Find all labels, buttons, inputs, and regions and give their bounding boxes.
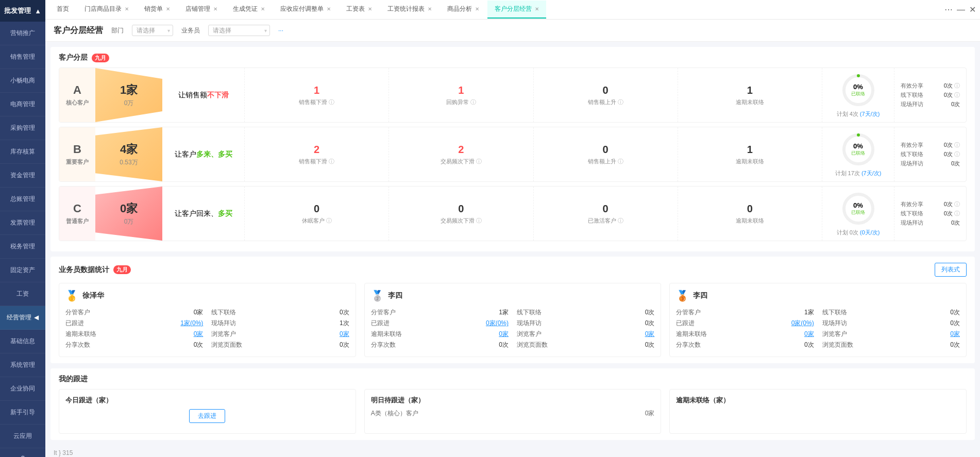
- followup-card-overdue: 逾期未联络（家）: [669, 389, 967, 434]
- agent-browse-link-1[interactable]: 0家: [645, 330, 655, 338]
- tab-minimize-icon[interactable]: —: [957, 5, 965, 14]
- sidebar-item-ecom-small[interactable]: 小畅电商: [0, 69, 45, 93]
- info-icon-A1[interactable]: ⓘ: [470, 98, 476, 106]
- plan-text-B: 计划 17次 (7天/次): [835, 170, 882, 177]
- tab-close-sales-order[interactable]: ✕: [166, 6, 170, 12]
- tab-home[interactable]: 首页: [49, 1, 76, 19]
- agent-stat-2-r1: 现场拜访 0次: [822, 318, 960, 329]
- plan-text-C: 计划 0次 (0天/次): [837, 229, 880, 236]
- more-filters-btn[interactable]: ···: [278, 27, 283, 34]
- agent-stat-0-r1: 现场拜访 1次: [211, 318, 349, 329]
- sidebar-item-invoice[interactable]: 发票管理: [0, 211, 45, 235]
- sidebar-item-basic-info[interactable]: 基础信息: [0, 330, 45, 353]
- tier-count-B: 4家 0.53万: [95, 127, 162, 181]
- info-icon-A0[interactable]: ⓘ: [329, 98, 334, 106]
- agent-followup-link-1[interactable]: 0家(0%): [486, 319, 509, 328]
- tab-close-store-manage[interactable]: ✕: [213, 6, 217, 12]
- sidebar-gear-icon[interactable]: ⚙: [0, 448, 45, 457]
- tab-close-gen-voucher[interactable]: ✕: [261, 6, 265, 12]
- agent-stat-2-3: 分享次数 0次: [676, 340, 814, 350]
- tab-ar-adjust[interactable]: 应收应付调整单 ✕: [273, 1, 338, 19]
- info-icon-B1[interactable]: ⓘ: [476, 158, 482, 165]
- tab-close-payroll-report[interactable]: ✕: [428, 6, 432, 12]
- biz-title: 业务员数据统计 九月: [59, 265, 131, 275]
- stat-B-0[interactable]: 2 销售额下滑 ⓘ: [245, 127, 389, 181]
- sidebar-item-finance[interactable]: 资金管理: [0, 164, 45, 188]
- sidebar-item-management[interactable]: 经营管理 ◀: [0, 306, 45, 330]
- stat-C-1[interactable]: 0 交易频次下滑 ⓘ: [389, 187, 533, 241]
- tab-product-analysis[interactable]: 商品分析 ✕: [440, 1, 486, 19]
- bottom-bar: It } 315: [45, 445, 980, 457]
- stat-A-1[interactable]: 1 回购异常 ⓘ: [389, 68, 533, 122]
- right-stat-A-1: 线下联络 0次 ⓘ: [901, 91, 960, 99]
- sidebar-collapse-icon[interactable]: ▲: [35, 7, 41, 15]
- stat-A-3: 1 逾期未联络: [678, 68, 822, 122]
- dept-label: 部门: [111, 26, 124, 35]
- tab-more-icon[interactable]: ⋯: [944, 5, 953, 14]
- agent-followup-link-2[interactable]: 0家(0%): [791, 319, 814, 328]
- sidebar-item-inventory[interactable]: 库存核算: [0, 140, 45, 164]
- tab-close-ar-adjust[interactable]: ✕: [327, 6, 331, 12]
- sidebar-item-tax[interactable]: 税务管理: [0, 235, 45, 259]
- stat-C-0[interactable]: 0 休眠客户 ⓘ: [245, 187, 389, 241]
- sidebar-item-payroll[interactable]: 工资: [0, 282, 45, 306]
- dept-select[interactable]: 请选择: [132, 25, 173, 36]
- list-view-btn[interactable]: 列表式: [935, 263, 967, 277]
- agent-stat-2-2: 逾期未联络 0家: [676, 329, 814, 340]
- agent-overdue-link-1[interactable]: 0家: [499, 330, 509, 338]
- agent-select[interactable]: 请选择: [208, 25, 270, 36]
- progress-circle-B: 0% 已联络: [840, 131, 876, 167]
- sidebar-item-collab[interactable]: 企业协同: [0, 377, 45, 401]
- tab-store-items[interactable]: 门店商品目录 ✕: [77, 1, 136, 19]
- info-icon-B2[interactable]: ⓘ: [618, 158, 623, 165]
- sidebar-top[interactable]: 批发管理 ▲: [0, 0, 45, 22]
- stat-C-2[interactable]: 0 已激活客户 ⓘ: [534, 187, 678, 241]
- sidebar-item-sales[interactable]: 销售管理: [0, 45, 45, 69]
- sidebar-item-cloud[interactable]: 云应用: [0, 425, 45, 448]
- progress-circle-C: 0% 已联络: [840, 191, 876, 227]
- agent-browse-link-0[interactable]: 0家: [340, 330, 349, 338]
- tab-close-customer-tier[interactable]: ✕: [535, 6, 539, 12]
- agent-overdue-link-2[interactable]: 0家: [804, 330, 814, 338]
- tab-payroll-report[interactable]: 工资统计报表 ✕: [380, 1, 439, 19]
- sidebar-item-marketing[interactable]: 营销推广: [0, 22, 45, 45]
- followup-title: 我的跟进: [59, 375, 967, 384]
- tier-stats-C: 0 休眠客户 ⓘ 0 交易频次下滑 ⓘ 0 已激活客户 ⓘ 0 逾期未联络: [245, 187, 822, 241]
- followup-tomorrow-row: A类（核心）客户 0家: [371, 409, 655, 418]
- sidebar-item-guide[interactable]: 新手引导: [0, 401, 45, 425]
- agent-stat-0-r3: 浏览页面数 0次: [211, 340, 349, 350]
- agent-followup-link-0[interactable]: 1家(0%): [180, 319, 203, 328]
- info-icon-A2[interactable]: ⓘ: [618, 98, 623, 106]
- right-stat-A-2: 现场拜访 0次: [901, 100, 960, 108]
- goto-followup-btn[interactable]: 去跟进: [189, 409, 225, 423]
- tab-customer-tier[interactable]: 客户分层经营 ✕: [487, 1, 546, 19]
- tab-sales-order[interactable]: 销货单 ✕: [137, 1, 177, 19]
- info-icon-C1[interactable]: ⓘ: [476, 217, 482, 225]
- tab-close-all-icon[interactable]: ✕: [969, 5, 976, 14]
- tab-close-payroll[interactable]: ✕: [368, 6, 372, 12]
- tab-payroll[interactable]: 工资表 ✕: [339, 1, 379, 19]
- stat-A-2[interactable]: 0 销售额上升 ⓘ: [534, 68, 678, 122]
- tab-store-manage[interactable]: 店铺管理 ✕: [178, 1, 225, 19]
- stat-B-2[interactable]: 0 销售额上升 ⓘ: [534, 127, 678, 181]
- info-icon-C0[interactable]: ⓘ: [326, 217, 332, 225]
- right-stat-C-2: 现场拜访 0次: [901, 219, 960, 227]
- sidebar-item-ecom[interactable]: 电商管理: [0, 93, 45, 116]
- info-icon-C2[interactable]: ⓘ: [618, 217, 623, 225]
- sidebar-item-assets[interactable]: 固定资产: [0, 259, 45, 282]
- agent-overdue-link-0[interactable]: 0家: [194, 330, 204, 338]
- tab-close-product-analysis[interactable]: ✕: [475, 6, 479, 12]
- info-icon-B0[interactable]: ⓘ: [329, 158, 334, 165]
- medal-1: 🥈: [371, 290, 384, 302]
- sidebar-item-ledger[interactable]: 总账管理: [0, 188, 45, 211]
- stat-A-0[interactable]: 1 销售额下滑 ⓘ: [245, 68, 389, 122]
- stat-B-1[interactable]: 2 交易频次下滑 ⓘ: [389, 127, 533, 181]
- tab-close-store-items[interactable]: ✕: [125, 6, 129, 12]
- sidebar-item-purchase[interactable]: 采购管理: [0, 116, 45, 140]
- tier-plan-B: 0% 已联络 计划 17次 (7天/次): [822, 127, 894, 181]
- tier-plan-C: 0% 已联络 计划 0次 (0天/次): [822, 187, 894, 241]
- agent-stats-2: 分管客户 1家 已跟进 0家(0%) 逾期未联络 0家: [676, 307, 960, 350]
- sidebar-item-system[interactable]: 系统管理: [0, 353, 45, 377]
- tab-gen-voucher[interactable]: 生成凭证 ✕: [226, 1, 272, 19]
- agent-browse-link-2[interactable]: 0家: [950, 330, 960, 338]
